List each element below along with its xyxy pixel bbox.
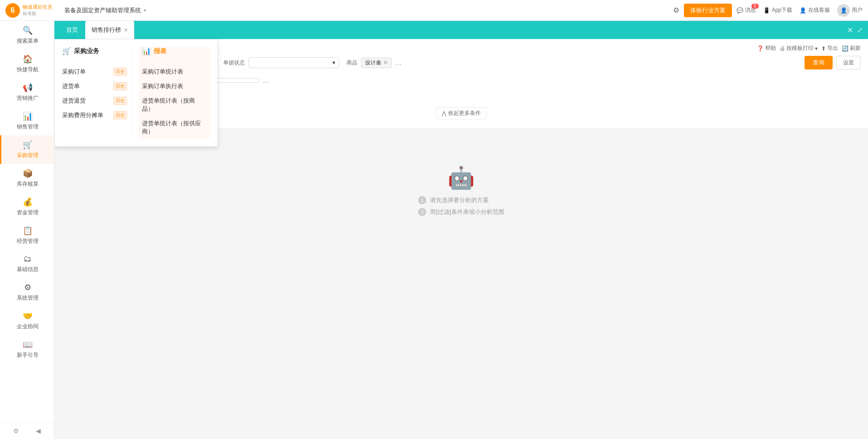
- tab-close-icon[interactable]: ✕: [124, 27, 128, 33]
- purchase-order-exec-label: 采购订单执行表: [142, 82, 207, 90]
- goods-stats-product-label: 进货单统计表（按商品）: [142, 97, 207, 113]
- sidebar-bottom: ⚙ ◀: [0, 422, 54, 439]
- app-icon: 📱: [763, 7, 770, 14]
- tabbar: 首页 销售排行榜 ✕ ✕ ⤢ 🛒 采购业务 采购订单: [54, 21, 868, 39]
- sidebar-item-guide[interactable]: 📖 新手引导: [0, 335, 54, 364]
- print-icon: 🖨: [780, 45, 785, 52]
- sales-icon: 📊: [23, 111, 33, 121]
- app-download-btn[interactable]: 📱 App下载: [763, 6, 792, 14]
- dropdown-item-goods-stats-by-product[interactable]: 进货单统计表（按商品）: [142, 94, 207, 116]
- goods-dots[interactable]: ...: [395, 59, 401, 67]
- guide-icon: 📖: [23, 340, 33, 350]
- export-link[interactable]: ⬆ 导出: [821, 44, 838, 52]
- goods-filter-group: 商品 设计秦 ✕ ...: [346, 58, 401, 68]
- tab-sales-ranking[interactable]: 销售排行榜 ✕: [85, 21, 134, 39]
- sidebar: 🔍 搜索菜单 🏠 快捷导航 📢 营销推广 📊 销售管理 🛒 采购管理 📦 库存核…: [0, 21, 54, 439]
- tabbar-actions: ✕ ⤢: [847, 26, 863, 35]
- report-col-title: 📊 报表: [142, 47, 207, 59]
- goods-receipt-label: 进货单: [62, 82, 113, 90]
- dropdown-item-goods-receipt[interactable]: 进货单 历史: [62, 79, 127, 94]
- system-dropdown-arrow[interactable]: ▾: [144, 8, 146, 13]
- empty-state: 🤖 1 请先选择要分析的方案 2 用[过滤]条件来缩小分析范围: [54, 129, 868, 252]
- tab-home-label: 首页: [66, 26, 78, 34]
- settings-btn[interactable]: 设置: [836, 56, 861, 69]
- sidebar-settings-btn[interactable]: ⚙: [13, 427, 19, 434]
- purchase-col-title: 🛒 采购业务: [62, 47, 127, 59]
- sidebar-item-finance[interactable]: 💰 资金管理: [0, 192, 54, 221]
- sidebar-item-marketing[interactable]: 📢 营销推广: [0, 78, 54, 107]
- enterprise-icon: 🤝: [23, 311, 33, 321]
- purchase-col: 🛒 采购业务 采购订单 历史 进货单 历史 进货退货 历史: [62, 47, 127, 139]
- inventory-icon: 📦: [23, 168, 33, 178]
- tab-home[interactable]: 首页: [60, 21, 84, 39]
- sidebar-item-basic[interactable]: 🗂 基础信息: [0, 250, 54, 278]
- purchase-col-icon: 🛒: [62, 47, 71, 55]
- goods-return-label: 进货退货: [62, 97, 113, 105]
- sidebar-item-sales[interactable]: 📊 销售管理: [0, 107, 54, 135]
- dropdown-item-purchase-order[interactable]: 采购订单 历史: [62, 64, 127, 79]
- sidebar-label-finance: 资金管理: [17, 209, 39, 217]
- collapse-icon: ⋀: [442, 110, 446, 117]
- sidebar-collapse-btn[interactable]: ◀: [36, 427, 41, 434]
- goods-tag-close[interactable]: ✕: [383, 59, 388, 66]
- goods-stats-supplier-label: 进货单统计表（按供应商）: [142, 119, 207, 136]
- user-btn[interactable]: 👤 用户: [837, 4, 863, 17]
- refresh-icon: 🔄: [842, 45, 848, 52]
- help-link[interactable]: ❓ 帮助: [757, 44, 776, 52]
- sidebar-label-enterprise: 企业协同: [17, 323, 39, 330]
- query-btn[interactable]: 查询: [805, 56, 833, 69]
- print-dropdown-icon: ▾: [815, 45, 818, 52]
- status-select[interactable]: ▾: [249, 57, 339, 68]
- goods-return-badge: 历史: [113, 97, 127, 105]
- sidebar-label-marketing: 营销推广: [17, 94, 39, 102]
- refresh-link[interactable]: 🔄 刷新: [842, 44, 861, 52]
- basic-icon: 🗂: [24, 254, 32, 264]
- staff-dots[interactable]: ...: [263, 76, 269, 84]
- service-btn[interactable]: 👤 在线客服: [800, 6, 830, 14]
- topbar-right: 💬 消息 9 📱 App下载 👤 在线客服 👤 用户: [736, 4, 863, 17]
- industry-btn[interactable]: 体验行业方案: [684, 4, 732, 17]
- purchase-dropdown-menu: 🛒 采购业务 采购订单 历史 进货单 历史 进货退货 历史: [54, 39, 218, 147]
- service-label: 在线客服: [808, 6, 830, 14]
- sidebar-item-system[interactable]: ⚙ 系统管理: [0, 278, 54, 306]
- sidebar-item-search[interactable]: 🔍 搜索菜单: [0, 21, 54, 49]
- sidebar-label-quick-nav: 快捷导航: [17, 66, 39, 74]
- system-title: 装备及固定资产辅助管理系统 ▾: [64, 6, 668, 15]
- collapse-btn[interactable]: ⋀ 收起更多条件: [436, 107, 487, 119]
- system-icon: ⚙: [24, 282, 31, 292]
- report-col-icon: 📊: [142, 47, 151, 55]
- dropdown-divider: [132, 47, 133, 139]
- sidebar-item-quick-nav[interactable]: 🏠 快捷导航: [0, 49, 54, 78]
- home-icon: 🏠: [23, 54, 33, 64]
- finance-icon: 💰: [23, 197, 33, 207]
- marketing-icon: 📢: [23, 83, 33, 93]
- dropdown-item-goods-stats-by-supplier[interactable]: 进货单统计表（按供应商）: [142, 116, 207, 139]
- purchase-col-title-text: 采购业务: [74, 47, 99, 55]
- dropdown-item-purchase-order-stats[interactable]: 采购订单统计表: [142, 64, 207, 79]
- sidebar-item-inventory[interactable]: 📦 库存核算: [0, 164, 54, 192]
- topbar: 6 畅捷通好生意 标准版 装备及固定资产辅助管理系统 ▾ ⚙ 体验行业方案 💬 …: [0, 0, 868, 21]
- dropdown-item-goods-return[interactable]: 进货退货 历史: [62, 94, 127, 108]
- avatar: 👤: [837, 4, 850, 17]
- sidebar-item-enterprise[interactable]: 🤝 企业协同: [0, 306, 54, 335]
- user-label: 用户: [852, 6, 863, 14]
- settings-icon[interactable]: ⚙: [673, 6, 679, 15]
- goods-tag[interactable]: 设计秦 ✕: [361, 58, 392, 68]
- step-1-text: 请先选择要分析的方案: [430, 196, 489, 204]
- sidebar-item-purchase[interactable]: 🛒 采购管理: [0, 135, 54, 164]
- main-content: 首页 销售排行榜 ✕ ✕ ⤢ 🛒 采购业务 采购订单: [54, 21, 868, 439]
- print-link[interactable]: 🖨 按模板打印 ▾: [780, 44, 818, 52]
- empty-step-1: 1 请先选择要分析的方案: [418, 196, 504, 204]
- app-label: App下载: [772, 6, 792, 14]
- export-icon: ⬆: [821, 45, 826, 52]
- status-filter-group: 单据状态 ▾: [223, 57, 339, 68]
- dropdown-item-purchase-order-exec[interactable]: 采购订单执行表: [142, 79, 207, 94]
- tab-close-all-btn[interactable]: ✕: [847, 26, 853, 35]
- layout: 🔍 搜索菜单 🏠 快捷导航 📢 营销推广 📊 销售管理 🛒 采购管理 📦 库存核…: [0, 21, 868, 439]
- empty-illustration: 🤖: [448, 165, 475, 191]
- message-btn[interactable]: 💬 消息 9: [736, 6, 756, 14]
- sidebar-item-operation[interactable]: 📋 经营管理: [0, 221, 54, 250]
- goods-label: 商品: [346, 59, 357, 67]
- tab-maximize-btn[interactable]: ⤢: [857, 26, 863, 35]
- dropdown-item-purchase-cost[interactable]: 采购费用分摊单 历史: [62, 108, 127, 123]
